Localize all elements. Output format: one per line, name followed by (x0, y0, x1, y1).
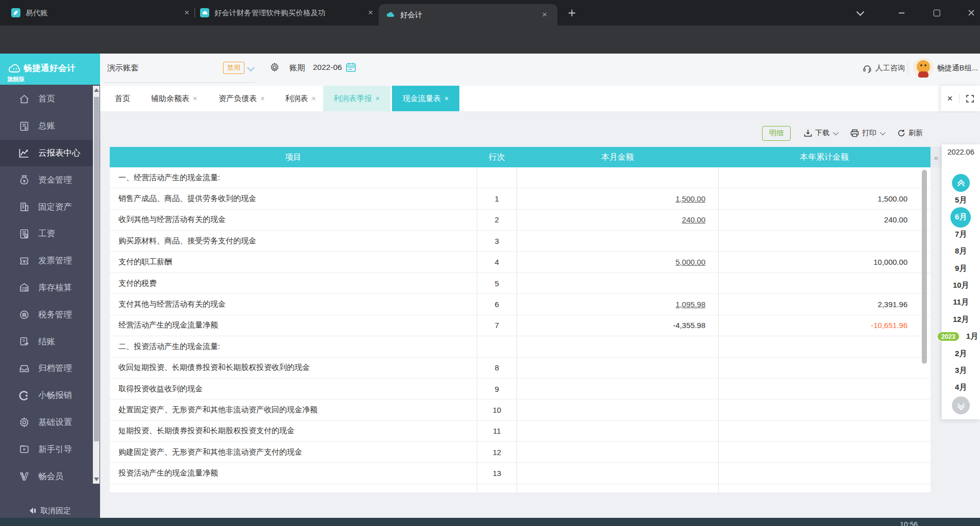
table-body: 一、经营活动产生的现金流量: 销售产成品、商品、提供劳务收到的现金 1 1,50… (110, 167, 930, 492)
browser-tab-3-active[interactable]: 好会计 × (379, 4, 557, 26)
month-amount-value[interactable]: 240.00 (682, 215, 705, 224)
sidebar-item-label: 总账 (38, 120, 55, 132)
month-item[interactable]: 3月 (942, 362, 980, 379)
tab-income-statement[interactable]: 利润表× (285, 86, 315, 111)
table-scrollbar-thumb[interactable] (922, 170, 927, 364)
sidebar-item[interactable]: 新手引导 (0, 436, 100, 463)
sidebar-item-label: 云报表中心 (38, 147, 81, 159)
scroll-down-arrow[interactable] (94, 478, 99, 481)
invoice-icon (18, 255, 30, 266)
tab-close-icon[interactable]: × (365, 8, 376, 18)
month-item[interactable]: 7月 (942, 226, 980, 243)
sidebar-item[interactable]: 归档管理 (0, 355, 100, 382)
restore-icon[interactable] (925, 0, 948, 26)
month-amount-value[interactable]: 5,000.00 (676, 258, 705, 266)
cell-item: 收回短期投资、长期债券投资和长期股权投资收到的现金 (110, 363, 477, 372)
tab-close-icon[interactable]: × (539, 10, 550, 20)
user-name[interactable]: 畅捷通B组... (937, 63, 979, 73)
period-label: 账期 (289, 63, 305, 73)
ytd-amount-value: 10,000.00 (873, 258, 908, 266)
double-chevron-up-icon (959, 181, 964, 186)
period-value[interactable]: 2022-06 (313, 63, 342, 72)
month-item[interactable]: 11月 (942, 294, 980, 311)
panel-collapse-button[interactable]: » (930, 147, 942, 167)
browser-tab-2[interactable]: 好会计财务管理软件购买价格及功 × (200, 0, 376, 26)
month-item[interactable]: 10月 (942, 277, 980, 294)
gear-icon[interactable] (270, 62, 280, 72)
sidebar-item[interactable]: 固定资产 (0, 193, 100, 220)
tab-cash-flow-active[interactable]: 现金流量表× (392, 86, 459, 111)
month-item[interactable]: 8月 (942, 243, 980, 260)
tab-close-icon[interactable]: × (311, 94, 315, 103)
sidebar-item[interactable]: 工资 (0, 220, 100, 247)
month-amount-value[interactable]: 1,095.98 (676, 300, 705, 309)
refresh-button[interactable]: 刷新 (897, 129, 923, 138)
scroll-up-arrow[interactable] (94, 88, 99, 92)
scroll-months-up-button[interactable] (952, 174, 970, 192)
sidebar-item[interactable]: 基础设置 (0, 409, 100, 436)
sidebar-item[interactable]: 结账 (0, 328, 100, 355)
tab-list-chevron-icon[interactable] (848, 0, 872, 26)
tab-close-icon[interactable]: × (260, 94, 264, 103)
tab-home[interactable]: 首页 (115, 86, 130, 111)
tab-income-quarterly[interactable]: 利润表季报× (323, 86, 390, 111)
cell-item: 一、经营活动产生的现金流量: (110, 173, 477, 183)
month-item[interactable]: 9月 (942, 260, 980, 277)
tab-close-icon[interactable]: × (376, 94, 380, 103)
unpin-sidebar-button[interactable]: 取消固定 (0, 504, 100, 517)
tab-close-icon[interactable]: × (193, 94, 197, 103)
browser-tab-1[interactable]: 易代账 × (11, 0, 192, 26)
print-button[interactable]: 打印 (850, 129, 884, 138)
month-item[interactable]: 4月 (942, 379, 980, 396)
sidebar-item[interactable]: 资金管理 (0, 166, 100, 193)
cell-month-amount (517, 484, 718, 492)
month-item[interactable]: 12月 (942, 311, 980, 328)
calendar-icon[interactable] (346, 62, 356, 72)
sidebar-item[interactable]: 库存核算 (0, 274, 100, 302)
cash-flow-table: 项目 行次 本月金额 本年累计金额 一、经营活动产生的现金流量: 销售产成品、商… (110, 147, 930, 492)
detail-button[interactable]: 明细 (762, 126, 791, 141)
account-name[interactable]: 演示账套 (107, 63, 139, 73)
cell-ytd-amount: 10,000.00 (718, 252, 930, 272)
ytd-amount-value: 2,391.96 (878, 300, 908, 309)
tab-tools: × (941, 86, 980, 111)
cell-line-number: 10 (477, 399, 517, 420)
printer-icon (850, 129, 859, 137)
cell-ytd-amount: 1,500.00 (718, 188, 930, 209)
download-label: 下载 (815, 129, 829, 138)
sidebar-item[interactable]: 税 税务管理 (0, 301, 100, 328)
tab-close-icon[interactable]: × (445, 94, 449, 103)
sidebar-item[interactable]: 发票管理 (0, 247, 100, 274)
close-icon[interactable] (960, 0, 980, 26)
tab-close-icon[interactable]: × (181, 8, 192, 18)
sidebar-scrollbar-thumb[interactable] (94, 97, 99, 441)
month-amount-value[interactable]: -4,355.98 (673, 321, 705, 330)
tab-label: 辅助余额表 (151, 94, 189, 104)
close-icon[interactable]: × (947, 93, 952, 104)
fullscreen-icon[interactable] (966, 95, 974, 103)
month-item[interactable]: 2023 1月 (942, 328, 980, 345)
new-tab-button[interactable] (561, 0, 582, 26)
support-link[interactable]: 人工咨询 (863, 63, 905, 73)
sidebar-item[interactable]: 畅会员 (0, 463, 100, 490)
fixed-asset-icon (18, 202, 30, 213)
cell-item: 购买原材料、商品、接受劳务支付的现金 (110, 236, 477, 246)
sidebar-item[interactable]: 总账 (0, 113, 100, 140)
sidebar-item[interactable]: 云报表中心 (0, 140, 100, 167)
col-header-line: 行次 (477, 152, 517, 163)
month-item[interactable]: 2月 (942, 345, 980, 362)
sidebar-item[interactable]: 小畅报销 (0, 382, 100, 409)
download-button[interactable]: 下载 (804, 129, 837, 138)
month-amount-value[interactable]: 1,500.00 (676, 194, 705, 203)
scroll-months-down-button[interactable] (952, 396, 970, 414)
cell-ytd-amount (718, 421, 930, 441)
tab-label: 首页 (115, 94, 130, 104)
month-item[interactable]: 6月 (942, 209, 980, 226)
tab-balance-sheet[interactable]: 资产负债表× (218, 86, 264, 111)
avatar[interactable] (913, 58, 934, 78)
sidebar-item[interactable]: 首页 (0, 86, 100, 113)
tab-aux-balance[interactable]: 辅助余额表× (151, 86, 197, 111)
minimize-icon[interactable] (890, 0, 913, 26)
month-item[interactable]: 5月 (942, 192, 980, 209)
sidebar-item-label: 资金管理 (38, 174, 72, 186)
